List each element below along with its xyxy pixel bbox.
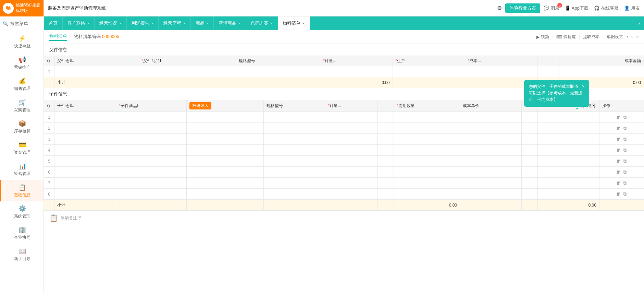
sidebar-item-inventory[interactable]: 📦 库存核算: [0, 116, 44, 138]
parent-row-1-cost[interactable]: [465, 66, 537, 77]
child-row-7-goods[interactable]: [116, 178, 187, 189]
delete-icon-5[interactable]: 🗑: [616, 158, 621, 164]
child-row-1-warehouse[interactable]: [54, 112, 116, 123]
child-row-3-warehouse[interactable]: [54, 134, 116, 145]
child-row-3-goods[interactable]: [116, 134, 187, 145]
delete-icon-1[interactable]: 🗑: [616, 114, 621, 120]
sub-tab-bom-list[interactable]: 物料清单: [49, 33, 67, 41]
child-row-2-goods[interactable]: [116, 123, 187, 134]
parent-row-1-spec[interactable]: [236, 66, 320, 77]
child-row-8-goods[interactable]: [116, 189, 187, 200]
child-th-settings[interactable]: ⚙: [44, 100, 54, 112]
sub-tab-bom-code[interactable]: 物料清单编码 0000005: [74, 34, 119, 40]
child-row-6-qty[interactable]: [394, 167, 460, 178]
prev-page-button[interactable]: ‹: [627, 35, 628, 39]
copy-icon-3[interactable]: ⧉: [623, 136, 627, 142]
child-row-2-unit[interactable]: [325, 123, 378, 134]
delete-icon-7[interactable]: 🗑: [616, 180, 621, 186]
child-row-8-unit[interactable]: [325, 189, 378, 200]
delete-icon-2[interactable]: 🗑: [616, 125, 621, 131]
tab-profit[interactable]: 利润报告 ×: [127, 16, 159, 30]
copy-icon-2[interactable]: ⧉: [623, 125, 627, 131]
parent-row-1-goods[interactable]: [139, 66, 236, 77]
child-row-5-goods[interactable]: [116, 156, 187, 167]
child-row-4-spec[interactable]: [263, 145, 325, 156]
parent-row-1-production[interactable]: [393, 66, 465, 77]
child-row-6-spec[interactable]: [263, 167, 325, 178]
child-row-4-unit[interactable]: [325, 145, 378, 156]
child-row-3-unit[interactable]: [325, 134, 378, 145]
tab-business-status-close[interactable]: ×: [119, 21, 121, 25]
tab-add-goods-close[interactable]: ×: [238, 21, 240, 25]
parent-row-1-warehouse[interactable]: [54, 66, 139, 77]
sidebar-item-marketing[interactable]: 📢 营销推广: [0, 52, 44, 74]
user-button[interactable]: 👤 用友: [624, 5, 640, 11]
child-row-4-warehouse[interactable]: [54, 145, 116, 156]
tab-profit-close[interactable]: ×: [151, 21, 153, 25]
nav-close-all-button[interactable]: ×: [634, 21, 644, 26]
list-view-button[interactable]: ≡: [636, 35, 639, 39]
child-row-7-unit[interactable]: [325, 178, 378, 189]
tab-history-close[interactable]: ×: [183, 21, 185, 25]
single-settings-button[interactable]: 单据设置: [607, 34, 623, 40]
child-row-2-spec[interactable]: [263, 123, 325, 134]
child-row-5-spec[interactable]: [263, 156, 325, 167]
copy-icon-4[interactable]: ⧉: [623, 147, 627, 153]
child-row-5-qty[interactable]: [394, 156, 460, 167]
child-row-2-unit-cost[interactable]: [460, 123, 522, 134]
copy-icon-5[interactable]: ⧉: [623, 158, 627, 164]
child-row-5-unit-cost[interactable]: [460, 156, 522, 167]
online-service-button[interactable]: 🎧 在线客服: [594, 5, 619, 11]
child-row-6-goods[interactable]: [116, 167, 187, 178]
sidebar-item-sales[interactable]: 💰 销售管理: [0, 74, 44, 95]
child-row-6-unit[interactable]: [325, 167, 378, 178]
delete-icon-6[interactable]: 🗑: [616, 169, 621, 175]
sidebar-item-guide[interactable]: 📖 新手引导: [0, 244, 44, 265]
sidebar-item-operations[interactable]: 📊 经营管理: [0, 159, 44, 180]
copy-icon-7[interactable]: ⧉: [623, 180, 627, 186]
tab-bom[interactable]: 物料清单 ×: [278, 16, 310, 30]
child-row-7-unit-cost[interactable]: [460, 178, 522, 189]
child-row-8-spec[interactable]: [263, 189, 325, 200]
child-row-1-unit[interactable]: [325, 112, 378, 123]
child-row-1-spec[interactable]: [263, 112, 325, 123]
tab-home[interactable]: 首页: [44, 16, 63, 30]
delete-icon-3[interactable]: 🗑: [616, 136, 621, 142]
delete-icon-8[interactable]: 🗑: [616, 191, 621, 197]
sidebar-item-enterprise[interactable]: 🏢 企业协同: [0, 223, 44, 244]
parent-row-1-unit[interactable]: [320, 66, 393, 77]
child-row-1-qty[interactable]: [394, 112, 460, 123]
child-row-7-spec[interactable]: [263, 178, 325, 189]
tab-barcode-close[interactable]: ×: [271, 21, 273, 25]
tab-goods[interactable]: 商品 ×: [191, 16, 214, 30]
add-row-icon[interactable]: 📋: [49, 214, 58, 222]
extract-cost-button[interactable]: 提取成本: [583, 34, 599, 40]
tab-customer-close[interactable]: ×: [87, 21, 89, 25]
child-row-7-qty[interactable]: [394, 178, 460, 189]
child-row-8-unit-cost[interactable]: [460, 189, 522, 200]
delete-icon-4[interactable]: 🗑: [616, 147, 621, 153]
parent-th-settings[interactable]: ⚙: [44, 56, 54, 66]
child-row-5-unit[interactable]: [325, 156, 378, 167]
scan-input-button[interactable]: 扫码录入: [189, 102, 211, 109]
tooltip-close-button[interactable]: ×: [582, 83, 584, 90]
sidebar-item-purchase[interactable]: 🛒 采购管理: [0, 95, 44, 116]
sidebar-item-system[interactable]: ⚙️ 系统管理: [0, 201, 44, 223]
gear-button[interactable]: ⚙: [497, 5, 502, 11]
child-row-3-qty[interactable]: [394, 134, 460, 145]
child-row-6-unit-cost[interactable]: [460, 167, 522, 178]
sidebar-item-basic[interactable]: 📋 基础信息: [0, 180, 44, 201]
tab-customer[interactable]: 客户联络 ×: [63, 16, 95, 30]
tab-history[interactable]: 经营历程 ×: [159, 16, 190, 30]
tab-business-status[interactable]: 经营情况 ×: [95, 16, 126, 30]
child-row-8-qty[interactable]: [394, 189, 460, 200]
message-button[interactable]: 💬 消息 6: [544, 5, 559, 11]
video-button[interactable]: ▶ 视频: [536, 34, 549, 40]
next-page-button[interactable]: ›: [631, 35, 633, 39]
child-row-4-unit-cost[interactable]: [460, 145, 522, 156]
copy-icon-1[interactable]: ⧉: [623, 114, 627, 120]
sidebar-item-finance[interactable]: 💳 资金管理: [0, 138, 44, 159]
tab-barcode[interactable]: 条码方案 ×: [246, 16, 278, 30]
child-row-5-warehouse[interactable]: [54, 156, 116, 167]
child-row-2-warehouse[interactable]: [54, 123, 116, 134]
